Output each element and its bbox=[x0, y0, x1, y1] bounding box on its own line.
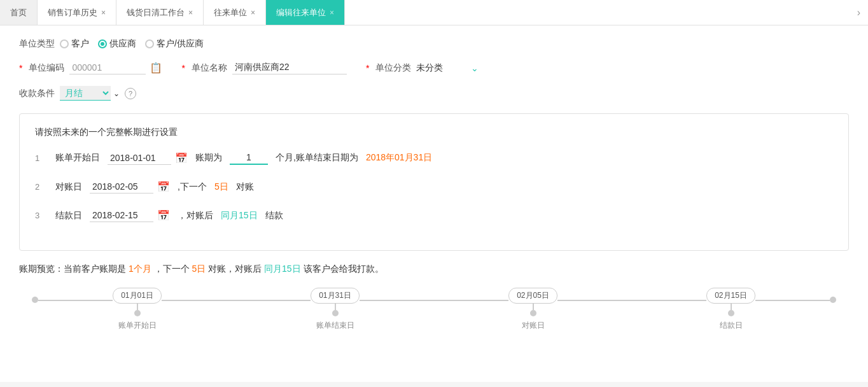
period-date-3: 📅 bbox=[90, 209, 170, 222]
unit-code-group: * 单位编码 📋 bbox=[19, 61, 162, 74]
unit-code-input[interactable] bbox=[69, 61, 146, 74]
radio-customer[interactable]: 客户 bbox=[60, 38, 89, 50]
period-num-3: 3 bbox=[35, 211, 48, 220]
period-num-1: 1 bbox=[35, 153, 48, 163]
unit-code-label: 单位编码 bbox=[29, 62, 64, 74]
unit-code-required-star: * bbox=[19, 63, 22, 73]
period-label-1: 账单开始日 bbox=[55, 152, 100, 164]
tab-cash-ledger-label: 钱货日清工作台 bbox=[127, 7, 185, 18]
radio-both-circle bbox=[145, 39, 154, 48]
tl-label-3: 对账日 bbox=[522, 320, 545, 331]
payment-condition-select[interactable]: 月结 bbox=[60, 86, 111, 101]
tl-segment-1 bbox=[38, 300, 113, 301]
tl-connector-1 bbox=[137, 304, 138, 310]
preview-suffix: 该客户会给我打款。 bbox=[304, 264, 384, 274]
tl-connector-2 bbox=[335, 304, 336, 310]
radio-supplier-label: 供应商 bbox=[109, 38, 136, 50]
unit-code-field: 📋 bbox=[69, 61, 162, 74]
preview-middle1: ，下一个 bbox=[154, 264, 190, 274]
tab-edit-partner-unit-label: 编辑往来单位 bbox=[276, 7, 326, 18]
radio-supplier[interactable]: 供应商 bbox=[98, 38, 136, 50]
period-value-input-1[interactable] bbox=[230, 151, 268, 165]
period-label-3: 结款日 bbox=[55, 210, 82, 222]
tab-sales-order-history[interactable]: 销售订单历史 × bbox=[38, 0, 116, 25]
tl-node-2: 01月31日 账单结束日 bbox=[311, 288, 360, 331]
tl-badge-4: 02月15日 bbox=[706, 288, 755, 304]
tab-cash-ledger[interactable]: 钱货日清工作台 × bbox=[116, 0, 204, 25]
preview-part1: 1个月 bbox=[129, 264, 151, 274]
tl-node-4: 02月15日 结款日 bbox=[706, 288, 755, 331]
period-highlight-1: 2018年01月31日 bbox=[366, 152, 432, 164]
tl-left-dot bbox=[32, 297, 38, 303]
calendar-icon-2[interactable]: 📅 bbox=[157, 181, 170, 193]
tab-edit-partner-unit-close[interactable]: × bbox=[330, 8, 334, 17]
unit-type-row: 单位类型 客户 供应商 客户/供应商 bbox=[19, 38, 849, 50]
preview-part2: 5日 bbox=[192, 264, 206, 274]
unit-type-label: 单位类型 bbox=[19, 38, 55, 50]
period-date-input-2[interactable] bbox=[90, 180, 153, 194]
period-label-2: 对账日 bbox=[55, 181, 82, 193]
tab-cash-ledger-close[interactable]: × bbox=[188, 8, 193, 17]
unit-category-label: 单位分类 bbox=[375, 62, 411, 74]
unit-type-group: 单位类型 客户 供应商 客户/供应商 bbox=[19, 38, 204, 50]
preview-text: 账期预览：当前客户账期是 1个月 ，下一个 5日 对账，对账后 同月15日 该客… bbox=[19, 264, 849, 275]
preview-middle2: 对账，对账后 bbox=[208, 264, 262, 274]
tab-partner-unit[interactable]: 往来单位 × bbox=[204, 0, 266, 25]
tl-left-end bbox=[32, 297, 38, 303]
tl-badge-2: 01月31日 bbox=[311, 288, 360, 304]
tl-dot-2 bbox=[332, 310, 339, 316]
preview-part3: 同月15日 bbox=[264, 264, 301, 274]
calendar-icon-1[interactable]: 📅 bbox=[175, 152, 188, 164]
period-highlight-2: 5日 bbox=[214, 181, 228, 193]
tl-badge-1: 01月01日 bbox=[113, 288, 162, 304]
period-desc-suffix-2: 对账 bbox=[236, 181, 254, 193]
unit-name-group: * 单位名称 bbox=[181, 61, 346, 74]
tl-label-1: 账单开始日 bbox=[118, 320, 157, 331]
unit-category-group: * 单位分类 未分类 ⌄ bbox=[366, 62, 479, 74]
tl-dot-1 bbox=[134, 310, 141, 316]
tab-partner-unit-close[interactable]: × bbox=[251, 8, 255, 17]
period-date-2: 📅 bbox=[90, 180, 170, 194]
period-date-input-3[interactable] bbox=[90, 209, 153, 222]
unit-name-input[interactable] bbox=[232, 61, 347, 74]
preview-prefix: 账期预览：当前客户账期是 bbox=[19, 264, 126, 274]
tab-home-label: 首页 bbox=[10, 7, 27, 18]
period-num-2: 2 bbox=[35, 182, 48, 192]
radio-customer-label: 客户 bbox=[71, 38, 89, 50]
timeline: 01月01日 账单开始日 01月31日 账单结束日 02月05日 对账日 02月… bbox=[19, 288, 849, 331]
tab-sales-order-history-label: 销售订单历史 bbox=[48, 7, 97, 18]
tl-connector-3 bbox=[533, 304, 534, 310]
radio-customer-circle bbox=[60, 39, 69, 48]
unit-category-dropdown[interactable]: 未分类 ⌄ bbox=[416, 62, 479, 74]
calendar-icon-3[interactable]: 📅 bbox=[157, 209, 170, 222]
unit-category-value: 未分类 bbox=[416, 62, 467, 74]
payment-condition-label: 收款条件 bbox=[19, 88, 55, 99]
tl-dot-4 bbox=[728, 310, 734, 316]
period-row-3: 3 结款日 📅 ，对账后 同月15日 结款 bbox=[35, 209, 833, 222]
unit-name-required-star: * bbox=[181, 63, 185, 73]
period-date-input-1[interactable] bbox=[108, 151, 171, 165]
help-icon[interactable]: ? bbox=[125, 88, 136, 99]
period-desc-prefix-1: 账期为 bbox=[195, 152, 222, 164]
period-desc-prefix-3: ，对账后 bbox=[178, 210, 213, 222]
tl-segment-5 bbox=[755, 300, 830, 301]
unit-info-row: * 单位编码 📋 * 单位名称 * 单位分类 未分类 ⌄ bbox=[19, 61, 849, 74]
unit-code-copy-icon[interactable]: 📋 bbox=[150, 62, 162, 74]
tab-sales-order-history-close[interactable]: × bbox=[101, 8, 106, 17]
unit-category-arrow: ⌄ bbox=[471, 63, 479, 73]
period-desc-prefix-2: ,下一个 bbox=[178, 181, 207, 193]
main-content: 单位类型 客户 供应商 客户/供应商 * 单位编码 bbox=[0, 25, 868, 382]
tabs-arrow[interactable]: › bbox=[850, 7, 868, 18]
tabs-bar: 首页 销售订单历史 × 钱货日清工作台 × 往来单位 × 编辑往来单位 × › bbox=[0, 0, 868, 25]
radio-supplier-circle bbox=[98, 39, 107, 48]
tab-partner-unit-label: 往来单位 bbox=[214, 7, 247, 18]
payment-condition-row: 收款条件 月结 ⌄ ? bbox=[19, 86, 849, 101]
tl-connector-4 bbox=[731, 304, 732, 310]
tab-edit-partner-unit[interactable]: 编辑往来单位 × bbox=[266, 0, 345, 25]
unit-name-label: 单位名称 bbox=[192, 62, 227, 74]
radio-both[interactable]: 客户/供应商 bbox=[145, 38, 204, 50]
period-box-title: 请按照未来的一个完整帐期进行设置 bbox=[35, 127, 833, 138]
tab-home[interactable]: 首页 bbox=[0, 0, 38, 25]
payment-condition-field: 月结 ⌄ bbox=[60, 86, 120, 101]
radio-both-label: 客户/供应商 bbox=[157, 38, 204, 50]
